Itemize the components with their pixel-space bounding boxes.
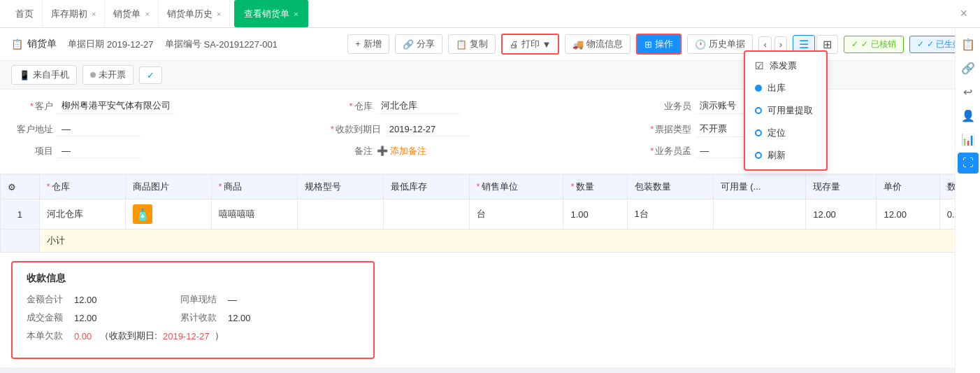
same-order-settlement-label: 同单现结	[180, 293, 222, 306]
salesperson-label: 业务员孟	[649, 145, 691, 157]
project-label: 项目	[11, 145, 53, 157]
copy-button[interactable]: 📋 复制	[448, 34, 496, 54]
right-sidebar: 📋 🔗 ↩ 👤 📊 ⛶	[955, 28, 980, 367]
sales-table: ⚙ *仓库 商品图片 *商品 规格型号 最低库存 *销售单位 *数量 包装数量 …	[0, 174, 980, 253]
doc-icon: 📋	[11, 38, 23, 50]
note-field: 备注 ➕ 添加备注	[331, 145, 650, 157]
row-qty: 1.00	[563, 199, 627, 230]
project-value: —	[57, 144, 141, 158]
operations-dropdown: ☑ 添发票 出库 可用量提取 定位 刷新	[744, 50, 828, 171]
cumulative-payment-field: 累计收款 12.00	[180, 311, 306, 324]
row-spec	[297, 199, 383, 230]
doc-title-text: 销货单	[27, 38, 57, 50]
tab-view-sales[interactable]: 查看销货单 ×	[234, 0, 308, 27]
col-gear: ⚙	[1, 175, 40, 199]
tab-inventory[interactable]: 库存期初 ×	[43, 0, 105, 27]
toolbar: + 新增 🔗 分享 📋 复制 🖨 打印 ▼ 🚚 物流信息 ⊞ 操作 🕐 历史单据…	[347, 34, 969, 55]
grid-icon: ⊞	[644, 39, 652, 50]
row-num: 1	[1, 199, 40, 230]
logistics-button[interactable]: 🚚 物流信息	[565, 34, 630, 54]
close-tab-view-sales[interactable]: ×	[294, 10, 298, 18]
print-button[interactable]: 🖨 打印 ▼	[501, 34, 560, 55]
same-order-settlement-field: 同单现结 —	[180, 293, 306, 306]
tab-sales-history[interactable]: 销货单历史 ×	[159, 0, 230, 27]
transaction-amount-value: 12.00	[74, 313, 97, 323]
close-window-button[interactable]: ×	[954, 6, 973, 21]
check-icon-2: ✓	[917, 39, 924, 49]
action-bar: 📱 来自手机 未开票 ✓	[0, 61, 980, 90]
row-min-stock	[383, 199, 469, 230]
dropdown-refresh[interactable]: 刷新	[745, 144, 826, 167]
operations-button[interactable]: ⊞ 操作	[636, 34, 682, 55]
row-warehouse: 河北仓库	[39, 199, 125, 230]
date-value: 2019-12-27	[107, 39, 154, 50]
not-opened-button[interactable]: 未开票	[82, 65, 134, 85]
row-image: 🧴	[125, 199, 211, 230]
add-note-button[interactable]: ➕ 添加备注	[377, 145, 427, 157]
locate-radio-icon	[755, 129, 762, 136]
copy-icon: 📋	[456, 39, 467, 50]
tab-bar: 首页 库存期初 × 销货单 × 销货单历史 × 查看销货单 × ×	[0, 0, 980, 28]
locate-label: 定位	[768, 127, 786, 139]
dot-icon	[90, 72, 96, 78]
sidebar-return-icon[interactable]: ↩	[958, 81, 979, 102]
print-icon: 🖨	[510, 39, 519, 50]
col-pack-qty: 包装数量	[627, 175, 713, 199]
address-value: —	[57, 122, 141, 136]
refresh-radio-icon	[755, 152, 762, 159]
ticket-type-label: 票据类型	[649, 123, 691, 136]
col-warehouse: *仓库	[39, 175, 125, 199]
table-row: 1 河北仓库 🧴 嘻嘻嘻嘻 台 1.00 1台 12.00 12.00 0.	[1, 199, 980, 230]
tab-sales[interactable]: 销货单 ×	[105, 0, 158, 27]
available-extract-radio-icon	[755, 107, 762, 114]
sidebar-expand-icon[interactable]: ⛶	[958, 153, 979, 174]
number-label: 单据编号 SA-20191227-001	[165, 38, 278, 50]
subtotal-gear	[1, 230, 40, 253]
same-order-settlement-value: —	[228, 295, 237, 305]
close-tab-sales-history[interactable]: ×	[217, 10, 221, 18]
col-product: *商品	[211, 175, 297, 199]
doc-meta: 单据日期 2019-12-27 单据编号 SA-20191227-001	[68, 38, 278, 50]
product-image: 🧴	[133, 204, 152, 224]
col-spec: 规格型号	[297, 175, 383, 199]
col-unit-price: 单价	[877, 175, 939, 199]
arrears-note: （收款到期日:	[100, 330, 157, 342]
sidebar-link-icon[interactable]: 🔗	[958, 57, 979, 78]
payment-date-field: 收款到期日 2019-12-27	[331, 122, 650, 136]
add-invoice-icon: ☑	[755, 60, 764, 71]
phone-icon: 📱	[19, 70, 30, 80]
warehouse-field: 仓库 河北仓库	[331, 98, 650, 114]
refresh-label: 刷新	[768, 149, 786, 162]
from-phone-button[interactable]: 📱 来自手机	[11, 65, 77, 85]
outbound-radio-icon	[755, 85, 762, 92]
payment-row-3: 本单欠款 0.00 （收款到期日: 2019-12-27 ）	[27, 330, 359, 342]
tab-home[interactable]: 首页	[7, 0, 43, 27]
close-tab-sales[interactable]: ×	[145, 10, 149, 18]
sidebar-doc-icon[interactable]: 📋	[958, 34, 979, 55]
transaction-amount-field: 成交金额 12.00	[27, 311, 152, 324]
cumulative-payment-value: 12.00	[228, 313, 251, 323]
dropdown-outbound[interactable]: 出库	[745, 77, 826, 99]
new-button[interactable]: + 新增	[347, 34, 389, 54]
arrears-label: 本单欠款	[27, 330, 69, 342]
close-tab-inventory[interactable]: ×	[92, 10, 96, 18]
dropdown-add-invoice[interactable]: ☑ 添发票	[745, 55, 826, 77]
subtotal-label: 小计	[39, 230, 979, 253]
dropdown-available-extract[interactable]: 可用量提取	[745, 99, 826, 122]
total-amount-value: 12.00	[74, 295, 97, 305]
sidebar-chart-icon[interactable]: 📊	[958, 129, 979, 150]
payment-info: 收款信息 金额合计 12.00 同单现结 — 成交金额 12.00 累计收款 1…	[11, 261, 375, 359]
share-button[interactable]: 🔗 分享	[395, 34, 442, 54]
dropdown-locate[interactable]: 定位	[745, 122, 826, 144]
col-unit: *销售单位	[469, 175, 563, 199]
sidebar-user-icon[interactable]: 👤	[958, 105, 979, 126]
payment-info-title: 收款信息	[27, 272, 359, 285]
history-button[interactable]: 🕐 历史单据	[687, 34, 753, 54]
row-pack-qty: 1台	[627, 199, 713, 230]
number-value: SA-20191227-001	[204, 39, 278, 50]
arrears-note-end: ）	[215, 330, 224, 342]
col-current-stock: 现存量	[806, 175, 877, 199]
check-action-button[interactable]: ✓	[139, 66, 162, 84]
form-area: 客户 柳州粤港平安气体有限公司 仓库 河北仓库 业务员 演示账号 客户地址 — …	[0, 90, 980, 174]
total-amount-label: 金额合计	[27, 293, 69, 306]
